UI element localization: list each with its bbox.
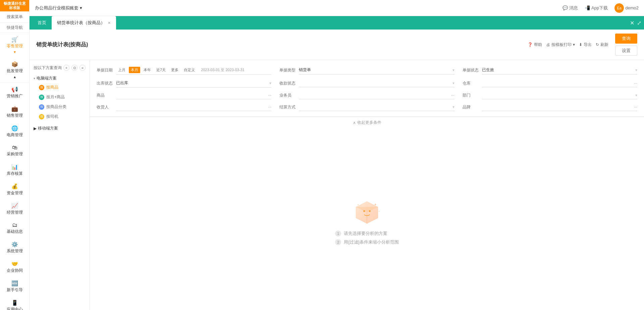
help-btn[interactable]: ❓ 帮助 bbox=[528, 42, 542, 48]
filter-label-department: 部门 bbox=[463, 93, 479, 98]
svg-point-4 bbox=[369, 210, 371, 212]
recipient-dots-icon[interactable]: ··· bbox=[268, 105, 271, 109]
scheme-panel: 按以下方案查询 + ⊙ « ▾ 电脑端方案 按 按商品 bbox=[30, 60, 90, 310]
scheme-section-mobile-header[interactable]: ▶ 移动端方案 bbox=[30, 124, 90, 133]
refresh-btn[interactable]: ↻ 刷新 bbox=[596, 42, 608, 48]
filter-control-brand: ··· bbox=[482, 103, 637, 111]
sidebar-item-sales-label: 销售管理 bbox=[7, 113, 23, 118]
tip-num-1: 1 bbox=[335, 230, 341, 237]
sidebar-item-cooperation[interactable]: 🤝 企业协同 bbox=[0, 257, 29, 277]
department-dropdown-icon[interactable]: ▾ bbox=[635, 93, 637, 98]
sidebar-item-wholesale[interactable]: 📦 批发管理 ▴ bbox=[0, 58, 29, 83]
payment-status-dropdown-icon[interactable]: ▾ bbox=[452, 81, 454, 86]
scheme-item-driver-label: 按司机 bbox=[46, 114, 58, 119]
tab-expand-btn[interactable]: ⤢ bbox=[637, 20, 641, 26]
tab-home[interactable]: 首页 bbox=[32, 16, 52, 30]
warehouse-dots-icon[interactable]: ··· bbox=[634, 81, 637, 86]
settings-button[interactable]: 设置 bbox=[615, 46, 637, 56]
refresh-icon: ↻ bbox=[596, 42, 599, 47]
scheme-desktop-arrow: ▾ bbox=[34, 76, 35, 80]
sidebar-item-basics-label: 基础信息 bbox=[7, 229, 23, 235]
industry-selector[interactable]: 办公用品行业模拟账套 ▾ bbox=[35, 5, 82, 11]
sidebar-item-marketing[interactable]: 📢 营销推广 bbox=[0, 83, 29, 102]
filter-area: 单据日期 上月 本月 本年 近7天 更多 自定义 20 bbox=[90, 60, 644, 117]
sidebar-item-retail[interactable]: 🛒 零售管理 ▾ bbox=[0, 33, 29, 58]
print-icon: 🖨 bbox=[546, 42, 550, 47]
filter-control-recipient: ··· bbox=[116, 103, 271, 111]
ecommerce-icon: 🌐 bbox=[11, 125, 18, 132]
payment-method-dropdown-icon[interactable]: ▾ bbox=[452, 105, 454, 109]
message-btn[interactable]: 💬 消息 bbox=[562, 5, 578, 11]
date-tab-thisyear[interactable]: 本年 bbox=[142, 67, 153, 73]
app-download-label: App下载 bbox=[591, 5, 608, 11]
tab-close-all-btn[interactable]: ✕ bbox=[630, 20, 634, 26]
sidebar-item-finance[interactable]: 💰 资金管理 bbox=[0, 180, 29, 199]
app-logo-subtext: 标准版 bbox=[9, 6, 20, 10]
sidebar-item-sales[interactable]: 💼 销售管理 bbox=[0, 102, 29, 122]
filter-label-date: 单据日期 bbox=[97, 67, 113, 73]
scheme-add-icon[interactable]: + bbox=[63, 65, 69, 71]
sidebar-item-appstore[interactable]: 📱 应用中心 bbox=[0, 296, 29, 310]
sidebar-item-finance-label: 资金管理 bbox=[7, 190, 23, 196]
date-tab-thismonth[interactable]: 本月 bbox=[129, 67, 140, 73]
scheme-section-desktop: ▾ 电脑端方案 按 按商品 按 按月+商品 按 按商品分类 bbox=[30, 73, 90, 123]
print-btn[interactable]: 🖨 按模板打印 ▾ bbox=[546, 42, 575, 48]
filter-control-payment-status: ▾ bbox=[299, 80, 454, 87]
filter-item-salesperson: 业务员 ··· bbox=[279, 92, 454, 99]
sidebar-quick-nav[interactable]: 快捷导航 bbox=[0, 23, 29, 33]
export-btn[interactable]: ⬇ 导出 bbox=[579, 42, 592, 48]
download-icon: 📲 bbox=[585, 5, 590, 10]
sidebar-item-inventory[interactable]: 📊 库存核算 bbox=[0, 160, 29, 180]
expand-icon-wholesale: ▴ bbox=[14, 74, 16, 79]
app-download-btn[interactable]: 📲 App下载 bbox=[585, 5, 608, 11]
filter-label-payment-method: 结算方式 bbox=[279, 104, 296, 110]
tab-close-icon[interactable]: ✕ bbox=[108, 21, 111, 25]
scheme-item-by-driver[interactable]: 按 按司机 bbox=[30, 112, 90, 121]
tab-sales-stats[interactable]: 销货单统计表（按商品） ✕ bbox=[52, 16, 116, 30]
stock-status-dropdown-icon[interactable]: ▾ bbox=[269, 81, 271, 86]
scheme-desktop-label: 电脑端方案 bbox=[37, 75, 57, 81]
date-tab-custom[interactable]: 自定义 bbox=[182, 67, 197, 73]
sidebar-item-basics[interactable]: 🗂 基础信息 bbox=[0, 219, 29, 238]
sidebar-item-marketing-label: 营销推广 bbox=[7, 93, 23, 99]
sidebar-search[interactable]: 搜索菜单 bbox=[0, 11, 29, 23]
doc-status-dropdown-icon[interactable]: ▾ bbox=[635, 68, 637, 72]
sidebar-item-purchase[interactable]: 🛍 采购管理 bbox=[0, 141, 29, 160]
scheme-item-icon-month: 按 bbox=[39, 95, 44, 100]
page-header: 销货单统计表(按商品) ❓ 帮助 🖨 按模板打印 ▾ ⬇ 导出 ↻ 刷新 bbox=[30, 30, 644, 60]
scheme-item-by-category[interactable]: 按 按商品分类 bbox=[30, 102, 90, 112]
sidebar-item-ecommerce[interactable]: 🌐 电商管理 bbox=[0, 122, 29, 141]
svg-point-3 bbox=[363, 210, 365, 212]
sidebar-item-purchase-label: 采购管理 bbox=[7, 151, 23, 157]
scheme-item-by-product[interactable]: 按 按商品 bbox=[30, 83, 90, 92]
doc-type-dropdown-icon[interactable]: ▾ bbox=[452, 68, 454, 72]
sidebar-item-system[interactable]: ⚙️ 系统管理 bbox=[0, 238, 29, 257]
topbar: 办公用品行业模拟账套 ▾ 💬 消息 📲 App下载 Ea demo2 bbox=[30, 0, 644, 16]
filter-value-stock-status: 已出库 bbox=[116, 80, 268, 86]
sidebar-item-cooperation-label: 企业协同 bbox=[7, 268, 23, 273]
collapse-btn[interactable]: ∧ 收起更多条件 bbox=[90, 117, 644, 128]
scheme-item-by-month-product[interactable]: 按 按月+商品 bbox=[30, 92, 90, 102]
query-button[interactable]: 查询 bbox=[615, 34, 637, 44]
filter-label-doc-type: 单据类型 bbox=[279, 67, 296, 73]
scheme-item-month-label: 按月+商品 bbox=[46, 94, 65, 100]
sidebar-item-operations[interactable]: 📈 经营管理 bbox=[0, 199, 29, 219]
expand-icon-retail: ▾ bbox=[14, 50, 16, 54]
product-dots-icon[interactable]: ··· bbox=[268, 93, 271, 98]
scheme-collapse-icon[interactable]: « bbox=[79, 65, 86, 71]
sidebar: 畅捷通好生意 标准版 搜索菜单 快捷导航 🛒 零售管理 ▾ 📦 批发管理 ▴ 📢… bbox=[0, 0, 30, 310]
scheme-settings-icon[interactable]: ⊙ bbox=[71, 65, 77, 71]
filter-label-payment-status: 收款状态 bbox=[279, 81, 296, 86]
tip-num-2: 2 bbox=[335, 239, 341, 245]
operations-icon: 📈 bbox=[11, 203, 18, 209]
date-tab-more[interactable]: 更多 bbox=[169, 67, 180, 73]
brand-dots-icon[interactable]: ··· bbox=[634, 105, 637, 109]
salesperson-dots-icon[interactable]: ··· bbox=[451, 93, 454, 98]
date-tab-7days[interactable]: 近7天 bbox=[154, 67, 168, 73]
topbar-left: 办公用品行业模拟账套 ▾ bbox=[35, 5, 82, 11]
user-profile[interactable]: Ea demo2 bbox=[614, 3, 639, 13]
sidebar-item-guide[interactable]: 🆕 新手引导 bbox=[0, 277, 29, 296]
scheme-mobile-label: 移动端方案 bbox=[38, 125, 58, 131]
scheme-section-desktop-header[interactable]: ▾ 电脑端方案 bbox=[30, 74, 90, 83]
date-tab-lastmonth[interactable]: 上月 bbox=[116, 67, 127, 73]
